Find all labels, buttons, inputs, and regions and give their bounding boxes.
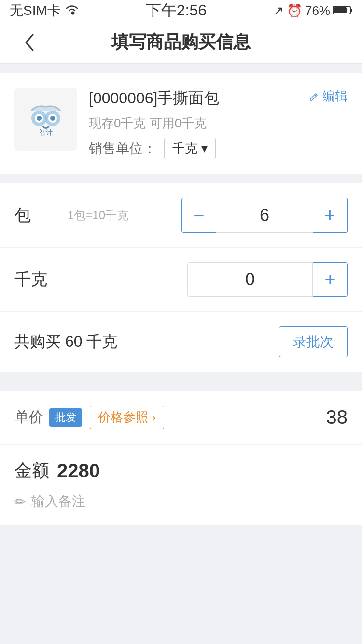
svg-point-7 <box>37 116 42 121</box>
price-value: 38 <box>326 406 348 428</box>
amount-value: 2280 <box>57 460 100 482</box>
kg-plus-button[interactable]: + <box>313 262 348 297</box>
package-input-row: 包 1包=10千克 − + <box>0 183 362 248</box>
separator-top <box>0 64 362 73</box>
package-plus-button[interactable]: + <box>313 198 348 233</box>
total-text: 共购买 60 千克 <box>14 331 117 352</box>
svg-point-8 <box>50 116 55 121</box>
kg-input-row: 千克 + <box>0 248 362 312</box>
unit-label: 销售单位： <box>89 140 156 158</box>
package-minus-button[interactable]: − <box>181 198 216 233</box>
kg-input[interactable] <box>187 262 313 297</box>
svg-text:智计: 智计 <box>39 128 53 136</box>
separator-mid <box>0 372 362 381</box>
status-time: 下午2:56 <box>146 0 207 21</box>
price-label: 单价 <box>14 407 43 427</box>
battery-icon <box>333 3 352 18</box>
dropdown-arrow-icon: ▾ <box>201 141 208 156</box>
product-card: 智计 [0000006]手撕面包 编辑 现存0千克 可用0千克 销售单位： 千克… <box>0 73 362 174</box>
product-stock: 现存0千克 可用0千克 <box>89 115 348 132</box>
price-ref-label: 价格参照 › <box>98 409 156 426</box>
battery-label: 76% <box>305 3 330 18</box>
amount-row: 金额 2280 <box>14 459 348 483</box>
product-unit-row: 销售单位： 千克 ▾ <box>89 138 348 159</box>
product-info: [0000006]手撕面包 编辑 现存0千克 可用0千克 销售单位： 千克 ▾ <box>89 88 348 159</box>
location-icon: ↗ <box>273 3 284 18</box>
back-button[interactable] <box>14 28 43 57</box>
unit-value: 千克 <box>172 140 197 157</box>
kg-label: 千克 <box>14 268 63 291</box>
package-stepper: − + <box>181 198 348 233</box>
price-section: 单价 批发 价格参照 › 38 <box>0 391 362 444</box>
empty-space <box>0 525 362 644</box>
remark-row[interactable]: ✏ 输入备注 <box>14 492 348 511</box>
price-ref-button[interactable]: 价格参照 › <box>90 406 164 429</box>
status-left: 无SIM卡 <box>10 1 79 20</box>
package-input[interactable] <box>216 198 313 233</box>
alarm-icon: ⏰ <box>287 3 302 18</box>
amount-label: 金额 <box>14 459 49 483</box>
edit-button[interactable]: 编辑 <box>309 88 348 105</box>
amount-section: 金额 2280 ✏ 输入备注 <box>0 445 362 525</box>
product-logo: 智计 <box>22 100 70 139</box>
package-label: 包 <box>14 204 63 226</box>
price-type-tag: 批发 <box>49 408 82 427</box>
carrier-label: 无SIM卡 <box>10 1 61 20</box>
status-bar: 无SIM卡 下午2:56 ↗ ⏰ 76% <box>0 0 362 21</box>
svg-line-10 <box>315 95 316 96</box>
status-right: ↗ ⏰ 76% <box>273 3 352 18</box>
wifi-icon <box>65 3 79 18</box>
product-name: [0000006]手撕面包 <box>89 88 219 109</box>
input-section: 包 1包=10千克 − + 千克 + <box>0 183 362 312</box>
svg-rect-2 <box>334 7 347 13</box>
package-sublabel: 1包=10千克 <box>68 208 128 223</box>
remark-icon: ✏ <box>14 494 26 510</box>
nav-bar: 填写商品购买信息 <box>0 21 362 64</box>
product-image: 智计 <box>14 88 77 151</box>
svg-rect-1 <box>350 9 352 12</box>
total-row: 共购买 60 千克 录批次 <box>0 312 362 372</box>
batch-button[interactable]: 录批次 <box>279 326 348 357</box>
page-title: 填写商品购买信息 <box>111 30 251 54</box>
unit-dropdown[interactable]: 千克 ▾ <box>164 138 216 159</box>
kg-stepper: + <box>187 262 348 297</box>
remark-placeholder: 输入备注 <box>31 492 85 511</box>
